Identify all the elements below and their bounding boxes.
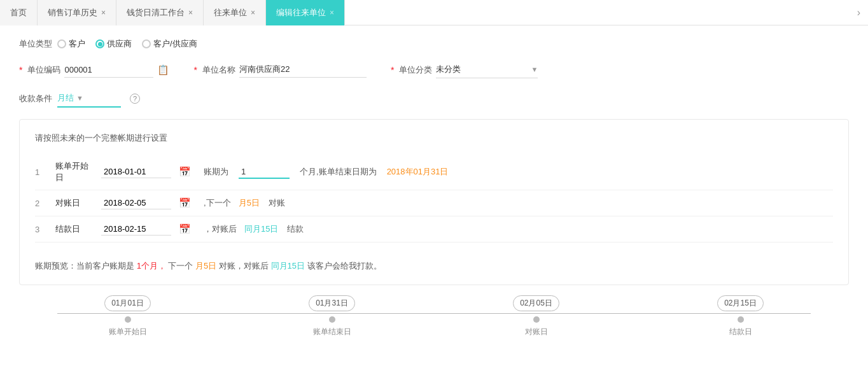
preview-section: 账期预览：当前客户账期是 1个月， 下一个 月5日 对账，对账后 同月15日 该… xyxy=(35,253,833,272)
row-1-num: 1 xyxy=(35,167,48,177)
row-1-suffix-before: 账期为 xyxy=(204,166,228,178)
row-1-suffix-after: 个月,账单结束日期为 xyxy=(300,166,377,178)
timeline-tag-3: 02月05日 xyxy=(513,295,559,311)
radio-customer-label: 客户 xyxy=(69,38,85,50)
radio-both-circle xyxy=(142,39,151,48)
preview-payment-highlight: 同月15日 xyxy=(271,261,305,271)
unit-name-star: * xyxy=(193,65,197,75)
timeline-node-4: 02月15日 结款日 xyxy=(638,295,843,337)
tab-partners-label: 往来单位 xyxy=(214,7,247,18)
tab-sales-history-close[interactable]: × xyxy=(101,8,106,17)
row-3-num: 3 xyxy=(35,225,48,234)
radio-both[interactable]: 客户/供应商 xyxy=(142,38,197,50)
payment-condition-select[interactable]: 月结 ▼ xyxy=(57,90,121,108)
row-2-type: 对账日 xyxy=(55,197,94,209)
timeline-dot-1 xyxy=(125,316,131,323)
timeline-label-3: 对账日 xyxy=(525,327,548,337)
unit-category-value: 未分类 xyxy=(436,64,527,75)
timeline-tag-1: 01月01日 xyxy=(104,295,151,311)
tab-cash-work[interactable]: 钱货日清工作台 × xyxy=(116,0,204,25)
radio-group-unit-type: 客户 供应商 客户/供应商 xyxy=(57,38,197,50)
timeline-label-4: 结款日 xyxy=(729,327,752,337)
row-2-num: 2 xyxy=(35,199,48,208)
condition-arrow-icon: ▼ xyxy=(76,94,83,102)
timeline-tag-2: 01月31日 xyxy=(309,295,355,311)
tab-cash-work-label: 钱货日清工作台 xyxy=(127,7,185,18)
tab-cash-work-close[interactable]: × xyxy=(188,8,193,17)
preview-period: 1个月， xyxy=(137,261,166,271)
unit-type-label: 单位类型 xyxy=(19,38,52,50)
row-2-suffix: 对账 xyxy=(269,197,285,209)
settings-card: 请按照未来的一个完整帐期进行设置 1 账单开始日 📅 账期为 个月,账单结束日期… xyxy=(19,119,849,285)
row-2-date-input[interactable] xyxy=(101,197,171,209)
row-3-type: 结款日 xyxy=(55,223,94,235)
unit-code-group: * 单位编码 📋 xyxy=(19,62,169,78)
tab-home[interactable]: 首页 xyxy=(0,0,38,25)
radio-supplier-dot xyxy=(98,42,102,46)
timeline-node-1: 01月01日 账单开始日 xyxy=(25,295,230,337)
tab-home-label: 首页 xyxy=(10,7,27,18)
main-content: 单位类型 客户 供应商 客户/供应商 * 单位编码 📋 xyxy=(0,25,868,387)
row-1-type: 账单开始日 xyxy=(55,160,94,183)
tab-edit-partner-close[interactable]: × xyxy=(330,8,334,17)
row-3-prefix: ，对账后 xyxy=(204,223,237,235)
radio-supplier[interactable]: 供应商 xyxy=(95,38,132,50)
row-1-date-input[interactable] xyxy=(101,165,171,178)
tab-sales-history[interactable]: 销售订单历史 × xyxy=(38,0,116,25)
radio-both-label: 客户/供应商 xyxy=(153,38,197,50)
payment-condition-label: 收款条件 xyxy=(19,93,52,104)
unit-category-arrow: ▼ xyxy=(531,66,538,73)
unit-code-input[interactable] xyxy=(64,62,153,78)
radio-customer-circle xyxy=(57,39,66,48)
payment-condition-row: 收款条件 月结 ▼ ? xyxy=(19,90,849,108)
unit-category-star: * xyxy=(391,65,394,75)
unit-category-select[interactable]: 未分类 ▼ xyxy=(436,61,538,78)
unit-category-label: 单位分类 xyxy=(399,64,432,76)
unit-name-input[interactable] xyxy=(239,62,367,78)
row-3-calendar-icon[interactable]: 📅 xyxy=(179,223,191,235)
tab-partners[interactable]: 往来单位 × xyxy=(204,0,266,25)
preview-reconcile-highlight: 月5日 xyxy=(195,261,216,271)
timeline-dot-3 xyxy=(533,316,540,323)
tab-partners-close[interactable]: × xyxy=(251,8,255,17)
preview-reconcile-prefix: 下一个 xyxy=(168,261,193,271)
unit-code-star: * xyxy=(19,65,22,75)
unit-type-row: 单位类型 客户 供应商 客户/供应商 xyxy=(19,38,849,50)
row-2-calendar-icon[interactable]: 📅 xyxy=(179,197,191,209)
timeline-label-1: 账单开始日 xyxy=(109,327,147,337)
tab-sales-history-label: 销售订单历史 xyxy=(48,7,97,18)
setting-row-1: 1 账单开始日 📅 账期为 个月,账单结束日期为 2018年01月31日 xyxy=(35,154,833,190)
setting-row-3: 3 结款日 📅 ，对账后 同月15日 结款 xyxy=(35,216,833,243)
timeline-node-2: 01月31日 账单结束日 xyxy=(230,295,434,337)
unit-code-label: 单位编码 xyxy=(27,64,60,76)
radio-customer[interactable]: 客户 xyxy=(57,38,85,50)
row-3-date-input[interactable] xyxy=(101,223,171,236)
unit-code-icon[interactable]: 📋 xyxy=(157,64,169,76)
unit-name-label: 单位名称 xyxy=(202,64,235,76)
row-1-period-input[interactable] xyxy=(239,165,290,179)
timeline-nodes: 01月01日 账单开始日 01月31日 账单结束日 02月05日 对账日 02月… xyxy=(25,295,843,337)
setting-row-2: 2 对账日 📅 ,下一个 月5日 对账 xyxy=(35,190,833,216)
tab-more-button[interactable]: › xyxy=(850,0,868,25)
unit-category-group: * 单位分类 未分类 ▼ xyxy=(391,61,538,78)
tab-edit-partner[interactable]: 编辑往来单位 × xyxy=(266,0,345,25)
row-1-end-date-highlight: 2018年01月31日 xyxy=(387,166,449,178)
row-2-highlight: 月5日 xyxy=(239,197,260,209)
timeline-section: 01月01日 账单开始日 01月31日 账单结束日 02月05日 对账日 02月… xyxy=(19,295,849,337)
preview-suffix: 该客户会给我打款。 xyxy=(307,261,382,271)
tab-edit-partner-label: 编辑往来单位 xyxy=(276,7,326,18)
preview-reconcile-suffix: 对账，对账后 xyxy=(219,261,269,271)
card-hint: 请按照未来的一个完整帐期进行设置 xyxy=(35,132,833,144)
timeline-label-2: 账单结束日 xyxy=(313,327,351,337)
radio-supplier-circle xyxy=(95,39,104,48)
timeline-dot-4 xyxy=(738,316,744,323)
timeline-dot-2 xyxy=(329,316,335,323)
row-3-highlight: 同月15日 xyxy=(244,223,278,235)
radio-supplier-label: 供应商 xyxy=(107,38,132,50)
preview-prefix: 账期预览：当前客户账期是 xyxy=(35,261,134,271)
payment-condition-value: 月结 xyxy=(57,92,74,104)
row-1-calendar-icon[interactable]: 📅 xyxy=(179,166,191,178)
unit-name-group: * 单位名称 xyxy=(193,62,366,78)
help-icon[interactable]: ? xyxy=(130,94,140,104)
row-2-prefix: ,下一个 xyxy=(204,197,231,209)
